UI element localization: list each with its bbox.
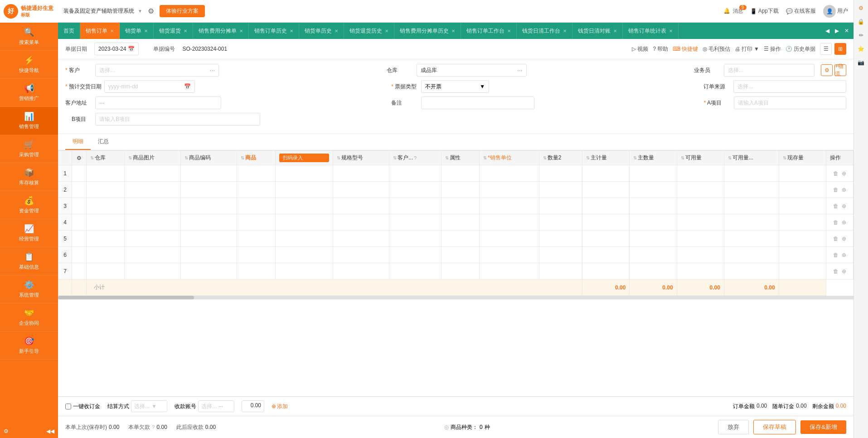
col-product-header[interactable]: ⇅ 商品 [237,151,275,165]
col-sku-header[interactable]: ⇅ 商品编码 [181,151,237,165]
video-btn[interactable]: ▷ 视频 [632,45,648,53]
staff-input[interactable]: 选择... [724,64,815,77]
row-sku[interactable] [181,182,237,198]
col-available-header[interactable]: ⇅ 可用量 [677,151,724,165]
row-customer-code[interactable] [389,198,441,214]
row-attr[interactable] [441,182,479,198]
order-source-input[interactable]: 选择... [733,80,846,93]
tab-summary[interactable]: 汇总 [91,134,116,150]
grid-view-icon[interactable]: ⊞ [834,43,846,55]
row-attr[interactable] [441,231,479,247]
tab-close-icon[interactable]: ✕ [184,29,187,34]
col-image-header[interactable]: ⇅ 商品图片 [125,151,181,165]
col-attr-header[interactable]: ⇅ 属性 [441,151,479,165]
scan-button[interactable]: 扫码录入 [279,154,329,162]
sidebar-item-system[interactable]: ⚙️ 系统管理 [0,275,58,303]
sidebar-item-enterprise[interactable]: 🤝 企业协同 [0,303,58,332]
tab-close-icon[interactable]: ✕ [144,29,148,34]
tab-daily-reconcile[interactable]: 钱货日清对账 ✕ [572,23,623,39]
row-copy-btn[interactable]: ⊕ [841,251,847,259]
row-spec[interactable] [333,198,389,214]
row-unit[interactable] [480,231,539,247]
row-unit[interactable] [480,182,539,198]
scroll-thumb[interactable] [58,296,194,299]
row-sku[interactable] [181,263,237,279]
notification-badge[interactable]: 🔔 9 消息 [723,8,742,14]
row-delete-btn[interactable]: 🗑 [832,267,839,275]
row-delete-btn[interactable]: 🗑 [832,202,839,210]
tab-return-history[interactable]: 销货退货历史 ✕ [344,23,394,39]
right-panel-camera-icon[interactable]: 📷 [855,56,868,69]
tab-close-icon[interactable]: ✕ [563,29,567,34]
row-main-qty[interactable] [630,182,677,198]
tab-close-icon[interactable]: ✕ [335,29,338,34]
tab-home[interactable]: 首页 [58,23,80,39]
tab-workbench[interactable]: 销售订单工作台 ✕ [461,23,517,39]
b-project-input[interactable]: 请输入B项目 [95,113,260,125]
save-new-button[interactable]: 保存&新增 [800,420,846,434]
row-qty2[interactable] [539,263,582,279]
row-main-qty[interactable] [630,231,677,247]
row-customer-code[interactable] [389,182,441,198]
sidebar-item-marketing[interactable]: 📢 营销推广 [0,79,58,107]
one-click-checkbox-input[interactable] [65,404,71,409]
row-unit[interactable] [480,247,539,263]
tab-sales-invoice[interactable]: 销货单 ✕ [120,23,154,39]
row-warehouse[interactable] [87,263,125,279]
tab-prev-icon[interactable]: ◀ [824,27,831,35]
save-draft-button[interactable]: 保存草稿 [753,420,796,434]
row-main-qty[interactable] [630,247,677,263]
col-unit-header[interactable]: ⇅ *销售单位 [480,151,539,165]
row-customer-code[interactable] [389,247,441,263]
table-scrollbar[interactable] [58,296,853,299]
customer-input[interactable]: 选择... ··· [95,64,219,77]
row-copy-btn[interactable]: ⊕ [841,169,847,178]
col-warehouse-header[interactable]: ⇅ 仓库 [87,151,125,165]
row-delete-btn[interactable]: 🗑 [832,251,839,259]
right-panel-edit-icon[interactable]: ✏ [855,29,868,42]
row-product[interactable] [237,263,275,279]
tab-sales-return[interactable]: 销货退货 ✕ [154,23,193,39]
row-main-qty[interactable] [630,214,677,231]
row-warehouse[interactable] [87,165,125,182]
sidebar-item-basic[interactable]: 📋 基础信息 [0,247,58,275]
tab-close-icon[interactable]: ✕ [290,29,293,34]
row-product[interactable] [237,247,275,263]
one-click-checkbox[interactable]: 一键收订金 [65,403,100,410]
tab-next-icon[interactable]: ▶ [833,27,841,35]
sidebar-item-quicknav[interactable]: ⚡ 快捷导航 [0,51,58,79]
tab-sales-fee[interactable]: 销售费用分摊单 ✕ [193,23,249,39]
solution-button[interactable]: 体验行业方案 [160,5,205,17]
online-service[interactable]: 💬 在线客服 [786,7,816,15]
invoice-type-select[interactable]: 不开票 ▼ [421,80,489,93]
row-qty2[interactable] [539,247,582,263]
row-warehouse[interactable] [87,247,125,263]
form-settings-icon[interactable]: ⚙ [821,64,833,76]
row-qty2[interactable] [539,198,582,214]
row-sku[interactable] [181,247,237,263]
right-panel-settings-icon[interactable]: ⚙ [855,2,868,14]
row-qty2[interactable] [539,165,582,182]
row-warehouse[interactable] [87,231,125,247]
row-customer-code[interactable] [389,231,441,247]
row-product[interactable] [237,165,275,182]
tab-fee-history[interactable]: 销售费用分摊单历史 ✕ [394,23,461,39]
row-spec[interactable] [333,247,389,263]
row-delete-btn[interactable]: 🗑 [832,218,839,226]
row-qty2[interactable] [539,182,582,198]
row-warehouse[interactable] [87,198,125,214]
sidebar-item-search[interactable]: 🔍 搜索菜单 [0,23,58,51]
settings-bottom-icon[interactable]: ⚙ [4,428,9,434]
tab-sales-order[interactable]: 销售订单 ✕ [80,23,120,39]
row-spec[interactable] [333,263,389,279]
row-copy-btn[interactable]: ⊕ [841,218,847,226]
row-unit[interactable] [480,198,539,214]
help-btn[interactable]: ? 帮助 [653,45,668,53]
row-delete-btn[interactable]: 🗑 [832,186,839,194]
row-spec[interactable] [333,165,389,182]
row-attr[interactable] [441,198,479,214]
row-warehouse[interactable] [87,182,125,198]
right-panel-star-icon[interactable]: ⭐ [855,43,868,55]
row-copy-btn[interactable]: ⊕ [841,186,847,194]
col-settings-header[interactable]: ⚙ [72,151,87,165]
